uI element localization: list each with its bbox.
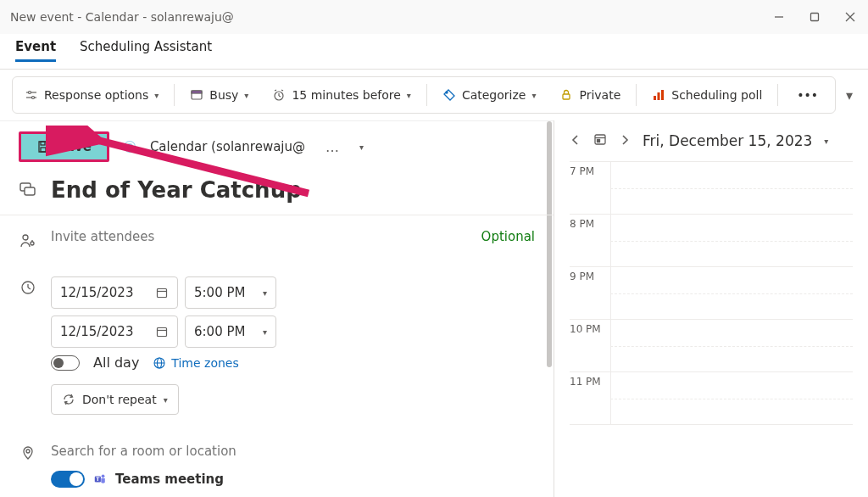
location-row: T Teams meeting: [0, 428, 554, 497]
today-button[interactable]: [593, 132, 607, 149]
svg-rect-21: [41, 142, 45, 145]
calendar-name: Calendar (solanrewaju@: [150, 139, 305, 154]
event-form: Save Calendar (solanrewaju@ … ▾ Optional: [0, 120, 554, 497]
svg-point-25: [23, 235, 28, 240]
busy-button[interactable]: Busy ▾: [178, 77, 260, 113]
hour-row[interactable]: 10 PM: [570, 320, 853, 372]
chevron-down-icon: ▾: [164, 395, 168, 405]
end-date-value: 12/15/2023: [60, 324, 133, 339]
scrollbar[interactable]: [547, 121, 552, 367]
title-row: [0, 172, 554, 215]
start-time-input[interactable]: 5:00 PM ▾: [185, 276, 276, 309]
svg-point-42: [102, 474, 105, 477]
clock-icon: [19, 276, 37, 295]
ribbon-bar: Response options ▾ Busy ▾ 15 minutes bef…: [12, 76, 836, 114]
tag-icon: [442, 88, 456, 102]
svg-rect-19: [661, 90, 664, 100]
svg-point-26: [31, 242, 34, 245]
end-date-input[interactable]: 12/15/2023: [51, 316, 178, 348]
svg-rect-18: [658, 92, 660, 100]
lock-icon: [559, 88, 573, 102]
tabs: Event Scheduling Assistant: [0, 34, 868, 70]
start-date-input[interactable]: 12/15/2023: [51, 276, 178, 309]
separator: [426, 84, 427, 106]
day-view-header: Fri, December 15, 2023 ▾: [570, 132, 853, 149]
optional-attendees-link[interactable]: Optional: [481, 229, 535, 244]
svg-line-14: [281, 90, 283, 91]
categorize-button[interactable]: Categorize ▾: [431, 77, 548, 113]
chevron-down-icon: ▾: [154, 91, 159, 100]
tab-event[interactable]: Event: [15, 39, 56, 62]
repeat-icon: [62, 393, 75, 406]
hour-row[interactable]: 9 PM: [570, 267, 853, 320]
chevron-down-icon: ▾: [824, 137, 828, 146]
response-options-button[interactable]: Response options ▾: [13, 77, 170, 113]
svg-rect-24: [25, 187, 35, 195]
ribbon-overflow-chevron[interactable]: ▾: [843, 87, 856, 103]
teams-meeting-row: T Teams meeting: [51, 471, 224, 488]
event-title-input[interactable]: [51, 177, 535, 203]
prev-day-button[interactable]: [570, 133, 581, 149]
svg-line-31: [28, 288, 31, 289]
all-day-label: All day: [93, 355, 139, 371]
calendar-chevron[interactable]: ▾: [359, 142, 364, 152]
calendar-icon: [155, 286, 169, 299]
chevron-down-icon: ▾: [407, 91, 411, 100]
response-options-label: Response options: [44, 88, 148, 102]
hour-row[interactable]: 11 PM: [570, 372, 853, 425]
svg-rect-1: [811, 14, 819, 21]
attendees-input[interactable]: [51, 229, 468, 244]
hour-label: 9 PM: [570, 267, 610, 319]
all-day-toggle[interactable]: [51, 355, 80, 371]
chevron-down-icon: ▾: [263, 327, 267, 337]
svg-point-5: [29, 92, 31, 94]
start-time-value: 5:00 PM: [194, 285, 245, 300]
chevron-down-icon: ▾: [244, 91, 248, 100]
globe-icon: [153, 356, 166, 370]
svg-rect-34: [158, 328, 167, 337]
repeat-dropdown[interactable]: Don't repeat ▾: [51, 384, 179, 415]
svg-point-7: [32, 97, 35, 99]
timezones-link[interactable]: Time zones: [153, 356, 238, 370]
timezones-label: Time zones: [171, 356, 238, 370]
separator: [777, 84, 778, 106]
close-button[interactable]: [843, 9, 858, 25]
reminder-label: 15 minutes before: [292, 88, 400, 102]
hour-row[interactable]: 7 PM: [570, 162, 853, 215]
tab-scheduling-assistant[interactable]: Scheduling Assistant: [80, 39, 212, 62]
datetime-row: 12/15/2023 5:00 PM ▾ 12/15/2023 6:00 PM: [0, 263, 554, 384]
save-icon: [36, 140, 50, 154]
calendar-color-dot: [125, 142, 135, 152]
busy-label: Busy: [209, 88, 238, 102]
hour-label: 11 PM: [570, 372, 610, 424]
scheduling-poll-button[interactable]: Scheduling poll: [640, 77, 774, 113]
end-time-value: 6:00 PM: [194, 324, 245, 339]
teams-meeting-toggle[interactable]: [51, 471, 85, 488]
minimize-button[interactable]: [771, 9, 787, 25]
more-button[interactable]: •••: [782, 77, 833, 113]
hour-row[interactable]: 8 PM: [570, 215, 853, 267]
time-grid: 7 PM 8 PM 9 PM 10 PM 11 PM: [570, 161, 853, 450]
next-day-button[interactable]: [619, 133, 631, 149]
end-time-input[interactable]: 6:00 PM ▾: [185, 316, 276, 348]
svg-rect-45: [598, 140, 600, 142]
start-date-value: 12/15/2023: [60, 285, 133, 300]
svg-point-15: [446, 92, 448, 93]
private-label: Private: [579, 88, 620, 102]
location-input[interactable]: [51, 444, 535, 459]
poll-icon: [652, 88, 665, 102]
svg-point-39: [26, 450, 30, 453]
title-bar: New event - Calendar - solanrewaju@: [0, 0, 868, 34]
private-button[interactable]: Private: [548, 77, 632, 113]
repeat-row: Don't repeat ▾: [0, 384, 554, 428]
categorize-label: Categorize: [462, 88, 526, 102]
ribbon: Response options ▾ Busy ▾ 15 minutes bef…: [0, 70, 868, 120]
hour-label: 7 PM: [570, 162, 610, 214]
reminder-button[interactable]: 15 minutes before ▾: [260, 77, 422, 113]
maximize-button[interactable]: [807, 9, 822, 25]
calendar-more[interactable]: …: [320, 139, 344, 155]
day-view-date[interactable]: Fri, December 15, 2023: [643, 132, 812, 149]
svg-line-12: [279, 96, 281, 97]
svg-rect-32: [158, 289, 167, 298]
save-button[interactable]: Save: [19, 131, 109, 162]
